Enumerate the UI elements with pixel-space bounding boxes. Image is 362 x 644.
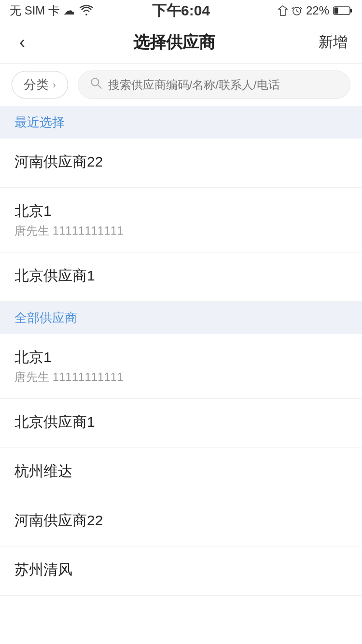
category-label: 分类 — [24, 76, 49, 93]
no-sim-text: 无 SIM 卡 ☁ — [10, 3, 75, 18]
item-name: 河南供应商22 — [14, 511, 348, 531]
item-name: 杭州维达 — [14, 462, 348, 481]
status-left: 无 SIM 卡 ☁ — [10, 3, 93, 18]
add-button[interactable]: 新增 — [319, 32, 348, 52]
list-item[interactable]: 苏州清风 — [0, 546, 362, 596]
recent-section-label: 最近选择 — [14, 115, 65, 129]
item-sub: 唐先生 11111111111 — [14, 369, 348, 385]
list-item[interactable]: 杭州维达 — [0, 448, 362, 497]
item-name: 河南供应商22 — [14, 152, 348, 172]
list-item[interactable]: 北京1唐先生 11111111111 — [0, 334, 362, 399]
battery-icon — [333, 6, 352, 15]
item-name: 北京供应商1 — [14, 266, 348, 286]
chevron-right-icon: › — [53, 79, 56, 90]
item-sub: 唐先生 11111111111 — [14, 223, 348, 238]
search-icon — [90, 77, 102, 93]
filter-bar: 分类 › — [0, 64, 362, 106]
search-box[interactable] — [78, 70, 350, 99]
wifi-icon — [80, 5, 93, 16]
location-icon — [278, 5, 288, 16]
page-title: 选择供应商 — [133, 31, 215, 54]
status-right: 22% — [278, 4, 352, 17]
list-item[interactable]: 北京供应商1 — [0, 399, 362, 448]
all-section-label: 全部供应商 — [14, 310, 77, 325]
list-item[interactable]: 北京1唐先生 11111111111 — [0, 188, 362, 252]
recent-list: 河南供应商22北京1唐先生 11111111111北京供应商1 — [0, 139, 362, 302]
back-button[interactable]: ‹ — [14, 28, 30, 57]
status-time: 下午6:04 — [152, 1, 210, 21]
list-item[interactable]: 河南供应商22 — [0, 497, 362, 546]
recent-section-header: 最近选择 — [0, 106, 362, 139]
svg-rect-2 — [350, 9, 352, 13]
item-name: 北京1 — [14, 201, 348, 221]
item-name: 苏州清风 — [14, 560, 348, 580]
status-bar: 无 SIM 卡 ☁ 下午6:04 22% — [0, 0, 362, 21]
svg-line-5 — [97, 85, 101, 88]
battery-percent: 22% — [306, 4, 329, 17]
alarm-icon — [292, 5, 302, 16]
all-section-header: 全部供应商 — [0, 302, 362, 334]
svg-rect-3 — [334, 8, 338, 14]
item-name: 北京供应商1 — [14, 412, 348, 432]
category-button[interactable]: 分类 › — [12, 71, 68, 98]
search-input[interactable] — [108, 78, 338, 92]
list-item[interactable]: 河南供应商22 — [0, 139, 362, 188]
nav-bar: ‹ 选择供应商 新增 — [0, 21, 362, 64]
item-name: 北京1 — [14, 348, 348, 367]
list-item[interactable]: 北京供应商1 — [0, 252, 362, 302]
all-list: 北京1唐先生 11111111111北京供应商1杭州维达河南供应商22苏州清风 — [0, 334, 362, 596]
